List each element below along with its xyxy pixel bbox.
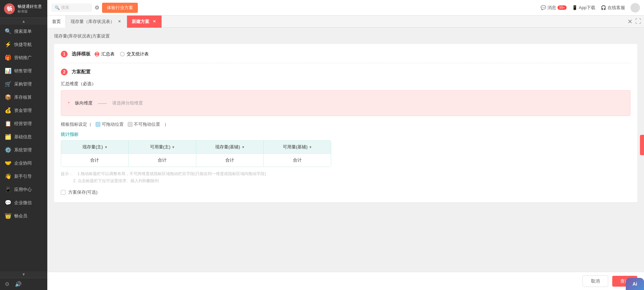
save-label: 方案保存(可选) xyxy=(68,189,98,195)
footer: 取消 查询 xyxy=(47,272,644,290)
system-icon: ⚙️ xyxy=(5,147,11,153)
sidebar-item-operations[interactable]: 📋 经营管理 xyxy=(0,117,47,130)
sidebar-item-newuser[interactable]: 👋 新手引导 xyxy=(0,170,47,183)
radio-summary-label: 汇总表 xyxy=(101,51,115,57)
tab-home-label: 首页 xyxy=(52,19,61,25)
finance-icon: 💰 xyxy=(5,107,11,114)
radio-summary[interactable]: 汇总表 xyxy=(95,51,115,57)
sidebar-item-inventory[interactable]: 📦 库存核算 xyxy=(0,91,47,104)
tip2-indent xyxy=(61,178,72,183)
stats-table-row: 合计 合计 合计 合计 xyxy=(61,153,331,167)
sidebar-item-label: 营销推广 xyxy=(14,55,32,61)
sidebar-scroll-up[interactable]: ▲ xyxy=(0,18,47,25)
movable-dot xyxy=(96,122,100,127)
purchase-icon: 🛒 xyxy=(5,81,11,87)
sidebar-item-label: 搜索菜单 xyxy=(14,28,32,34)
tab-inventory-status[interactable]: 现存量（库存状况表） ✕ xyxy=(66,16,127,28)
ai-bubble[interactable]: Ai xyxy=(626,278,644,290)
app-download-label: App下载 xyxy=(579,5,595,11)
sidebar-item-purchase[interactable]: 🛒 采购管理 xyxy=(0,77,47,91)
indicator-setting-prefix: 模板指标设定（ xyxy=(61,121,92,127)
sidebar-item-enterprise[interactable]: 🤝 企业协同 xyxy=(0,156,47,170)
tab-inventory-close[interactable]: ✕ xyxy=(117,19,122,24)
message-badge: 99+ xyxy=(558,5,567,10)
cell-0-0: 合计 xyxy=(61,154,129,167)
tab-new-plan-close[interactable]: ✕ xyxy=(151,19,157,24)
online-service-group[interactable]: 🎧 在线客服 xyxy=(601,5,625,11)
page-title: 现存量(库存状况表)方案设置 xyxy=(54,33,637,39)
app-download-group[interactable]: 📱 App下载 xyxy=(572,5,595,11)
right-panel-tab[interactable] xyxy=(640,135,644,155)
step1-row: 1 选择模板 汇总表 交叉统计表 xyxy=(61,51,630,57)
search-area[interactable]: 🔍 搜索 xyxy=(51,3,92,12)
main-area: 🔍 搜索 ⚙ 体验行业方案 💬 消息 99+ 📱 App下载 🎧 在线客服 xyxy=(47,0,644,290)
industry-btn[interactable]: 体验行业方案 xyxy=(102,3,138,13)
sidebar-item-basic[interactable]: 🗂️ 基础信息 xyxy=(0,130,47,143)
fixed-dot xyxy=(128,122,132,127)
topbar-right: 💬 消息 99+ 📱 App下载 🎧 在线客服 xyxy=(541,3,640,13)
indicator-setting-suffix: ） xyxy=(164,121,169,127)
vertical-dimension-label: 纵向维度 xyxy=(75,100,93,106)
save-checkbox[interactable] xyxy=(61,190,66,195)
sidebar-item-wechat[interactable]: 💬 企业微信 xyxy=(0,196,47,209)
search-placeholder: 搜索 xyxy=(61,5,69,10)
tab-new-plan[interactable]: 新建方案 ✕ xyxy=(127,16,162,28)
tab-new-plan-label: 新建方案 xyxy=(132,19,149,25)
message-icon: 💬 xyxy=(541,5,546,10)
indicator-setting-row: 模板指标设定（ 可拖动位置 不可拖动位置 ） xyxy=(61,121,630,127)
sidebar-item-search[interactable]: 🔍 搜索菜单 xyxy=(0,25,47,38)
search-icon: 🔍 xyxy=(55,5,60,10)
tab-home[interactable]: 首页 xyxy=(47,16,66,28)
cancel-button[interactable]: 取消 xyxy=(583,275,608,287)
sidebar-item-shortcut[interactable]: ⚡ 快捷导航 xyxy=(0,38,47,51)
settings-icon[interactable]: ⚙ xyxy=(5,281,9,287)
topbar: 🔍 搜索 ⚙ 体验行业方案 💬 消息 99+ 📱 App下载 🎧 在线客服 xyxy=(47,0,644,16)
chevron-down-icon-1: ▾ xyxy=(105,145,107,149)
sidebar-item-system[interactable]: ⚙️ 系统管理 xyxy=(0,143,47,156)
template-radio-group: 汇总表 交叉统计表 xyxy=(95,51,149,57)
mobile-icon: 📱 xyxy=(572,5,577,10)
col-current-main[interactable]: 现存量(主) ▾ xyxy=(61,141,129,153)
chevron-down-icon-2: ▾ xyxy=(172,145,174,149)
avatar[interactable] xyxy=(630,3,640,13)
col-available-aux[interactable]: 可用量(基辅) ▾ xyxy=(264,141,331,153)
sidebar-item-finance[interactable]: 💰 资金管理 xyxy=(0,104,47,117)
sidebar-item-member[interactable]: 👑 畅会员 xyxy=(0,209,47,222)
app-version: 标准版 xyxy=(18,9,42,14)
fixed-tag: 不可拖动位置 xyxy=(128,121,160,127)
message-group[interactable]: 💬 消息 99+ xyxy=(541,5,567,11)
cell-0-3: 合计 xyxy=(264,154,331,167)
radio-cross[interactable]: 交叉统计表 xyxy=(120,51,149,57)
col-available-main[interactable]: 可用量(主) ▾ xyxy=(129,141,196,153)
sidebar-item-sales[interactable]: 📊 销售管理 xyxy=(0,64,47,77)
step2-label: 方案配置 xyxy=(72,69,91,75)
ai-label: Ai xyxy=(633,281,637,287)
sidebar-scroll-down[interactable]: ▼ xyxy=(0,271,47,278)
sidebar-item-label: 企业协同 xyxy=(14,160,32,166)
wechat-icon: 💬 xyxy=(5,199,11,206)
expand-icon[interactable]: ⛶ xyxy=(635,18,641,25)
fixed-label: 不可拖动位置 xyxy=(134,121,160,127)
message-label: 消息 xyxy=(547,5,556,11)
sidebar-item-apps[interactable]: 📱 应用中心 xyxy=(0,183,47,196)
sidebar-item-label: 企业微信 xyxy=(14,200,32,206)
operations-icon: 📋 xyxy=(5,120,11,127)
radio-cross-label: 交叉统计表 xyxy=(127,51,149,57)
gear-icon[interactable]: ⚙ xyxy=(95,4,99,11)
logo-icon: 畅 xyxy=(4,3,15,14)
col-current-aux[interactable]: 现存量(基辅) ▾ xyxy=(196,141,264,153)
inventory-icon: 📦 xyxy=(5,94,11,100)
dimension-placeholder[interactable]: 请选择分组维度 xyxy=(112,100,143,106)
sidebar-nav: 🔍 搜索菜单 ⚡ 快捷导航 🎁 营销推广 📊 销售管理 🛒 采购管理 📦 库存核… xyxy=(0,25,47,271)
sidebar-item-marketing[interactable]: 🎁 营销推广 xyxy=(0,51,47,64)
sales-icon: 📊 xyxy=(5,68,11,74)
audio-icon[interactable]: 🔊 xyxy=(15,281,22,287)
step1-label: 选择模板 xyxy=(72,51,91,57)
step1-badge: 1 xyxy=(61,51,68,57)
sidebar-item-label: 销售管理 xyxy=(14,68,32,74)
apps-icon: 📱 xyxy=(5,186,11,193)
sidebar-item-label: 应用中心 xyxy=(14,187,32,193)
close-panel-icon[interactable]: ✕ xyxy=(627,18,633,25)
tip1-text: 1.拖动标题栏可以调整布局，不可跨维度或指标区域拖动栏目字段(只能在同一维度或指… xyxy=(77,171,266,176)
sidebar-item-label: 采购管理 xyxy=(14,81,32,87)
